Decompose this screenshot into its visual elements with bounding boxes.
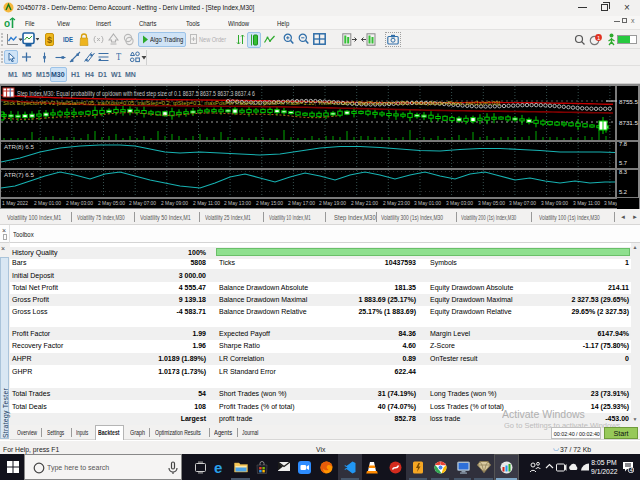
svg-text:1 May 2022: 1 May 2022 <box>2 200 29 206</box>
svg-text:$: $ <box>47 35 52 45</box>
svg-text:8755.5: 8755.5 <box>619 98 639 105</box>
svg-text:2 May 01:00: 2 May 01:00 <box>34 200 62 206</box>
svg-text:3 May 03:00: 3 May 03:00 <box>446 200 474 206</box>
svg-text:5.2: 5.2 <box>619 188 628 195</box>
svg-text:Slick ExpectorV6 V2 [trailStar: Slick ExpectorV6 V2 [trailStart=0.05; tr… <box>3 99 500 106</box>
svg-text:3 May 05:00: 3 May 05:00 <box>478 200 506 206</box>
svg-text:2 May 07:00: 2 May 07:00 <box>129 200 157 206</box>
svg-text:2 May 03:00: 2 May 03:00 <box>66 200 94 206</box>
svg-text:5.7: 5.7 <box>619 159 628 166</box>
svg-text:e: e <box>214 461 222 474</box>
svg-text:2 May 21:00: 2 May 21:00 <box>351 200 379 206</box>
svg-text:8731.5: 8731.5 <box>619 119 639 126</box>
svg-text:Step Index,M30: Equal probabi: Step Index,M30: Equal probability of up/… <box>17 90 255 98</box>
svg-text:2 May 05:00: 2 May 05:00 <box>98 200 126 206</box>
svg-text:4: 4 <box>630 467 633 473</box>
svg-text:2 May 19:00: 2 May 19:00 <box>319 200 347 206</box>
svg-text:8.3: 8.3 <box>619 168 628 175</box>
svg-text:2 May 17:00: 2 May 17:00 <box>288 200 316 206</box>
svg-text:3 May 01:00: 3 May 01:00 <box>414 200 442 206</box>
svg-text:2 May 15:00: 2 May 15:00 <box>256 200 284 206</box>
svg-text:3 May 07:00: 3 May 07:00 <box>509 200 537 206</box>
svg-text:o: o <box>4 18 10 29</box>
svg-text:3 May 09:00: 3 May 09:00 <box>541 200 569 206</box>
svg-text:2 May 13:00: 2 May 13:00 <box>224 200 252 206</box>
svg-text:2 May 09:00: 2 May 09:00 <box>161 200 189 206</box>
svg-text:7.8: 7.8 <box>619 140 628 147</box>
svg-text:3 May 11:00: 3 May 11:00 <box>573 200 601 206</box>
svg-text:2 May 11:00: 2 May 11:00 <box>193 200 221 206</box>
svg-text:ATR(7) 6.5: ATR(7) 6.5 <box>4 171 35 178</box>
svg-text:2 May 23:00: 2 May 23:00 <box>383 200 411 206</box>
svg-text:ATR(8) 6.5: ATR(8) 6.5 <box>4 143 35 150</box>
